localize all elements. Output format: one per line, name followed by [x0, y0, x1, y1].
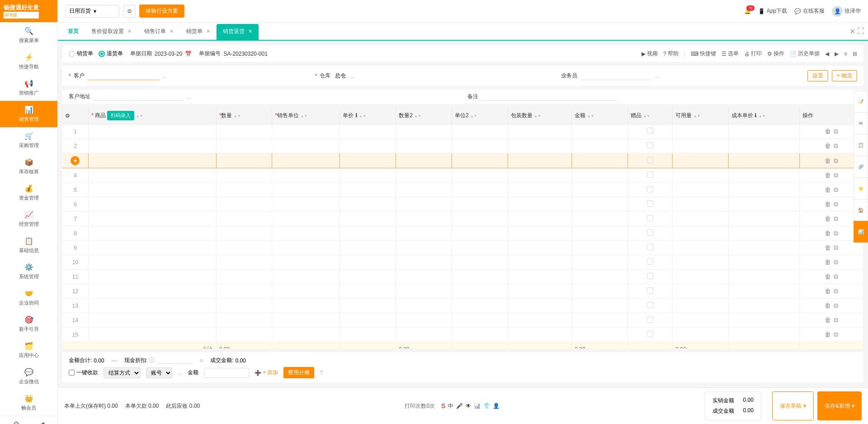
quantity-cell-10[interactable] [216, 255, 272, 270]
product-cell-6[interactable] [88, 197, 216, 212]
sale-unit-cell-7[interactable] [272, 212, 340, 226]
one-click-payment-checkbox[interactable]: 一键收款 [69, 369, 98, 376]
footer-icon-person[interactable]: 👤 [493, 403, 500, 409]
pack-qty-cell-8[interactable] [508, 226, 572, 241]
available-cell-4[interactable] [673, 168, 729, 183]
available-cell-13[interactable] [673, 299, 729, 313]
one-click-checkbox-input[interactable] [69, 370, 75, 376]
delete-icon-3[interactable]: 🗑 [825, 157, 831, 165]
unit-price-cell-7[interactable] [340, 212, 396, 226]
pack-qty-cell-13[interactable] [508, 299, 572, 313]
available-cell-10[interactable] [673, 255, 729, 270]
sale-unit-cell-8[interactable] [272, 226, 340, 241]
pack-qty-cell-12[interactable] [508, 284, 572, 299]
prev-icon[interactable]: ◀ [825, 51, 829, 57]
calc-method-select[interactable]: 结算方式 [104, 367, 141, 378]
sidebar-item-finance[interactable]: 💰 资金管理 [0, 180, 57, 206]
discount-input[interactable] [156, 357, 193, 364]
copy-icon-14[interactable]: ⧉ [834, 316, 838, 324]
sidebar-item-system[interactable]: ⚙️ 系统管理 [0, 258, 57, 285]
copy-icon-6[interactable]: ⧉ [834, 200, 838, 208]
col-settings[interactable]: ⚙ [62, 107, 88, 124]
cost-price-cell-3[interactable] [729, 153, 799, 168]
amount-cell-14[interactable] [572, 313, 628, 328]
gift-checkbox-13[interactable] [647, 302, 653, 308]
grid-view-icon[interactable]: ⊞ [853, 51, 857, 57]
sale-unit-cell-14[interactable] [272, 313, 340, 328]
unit-price-cell-13[interactable] [340, 299, 396, 313]
available-cell-1[interactable] [673, 124, 729, 139]
quantity2-cell-3[interactable] [396, 153, 452, 168]
save-draft-btn[interactable]: 保存草稿 ▾ [772, 391, 814, 420]
footer-icon-mic[interactable]: 🎤 [456, 403, 463, 409]
unit2-cell-5[interactable] [452, 183, 508, 197]
unit-price-cell-5[interactable] [340, 183, 396, 197]
sale-unit-cell-10[interactable] [272, 255, 340, 270]
footer-icon-chart[interactable]: 📊 [474, 403, 481, 409]
right-tool-home[interactable]: 🏠 [854, 199, 868, 221]
customer-input[interactable] [87, 71, 160, 80]
sale-unit-cell-15[interactable] [272, 328, 340, 342]
product-cell-7[interactable] [88, 212, 216, 226]
gift-checkbox-11[interactable] [647, 273, 653, 279]
gift-checkbox-15[interactable] [647, 331, 653, 337]
amount-cell-8[interactable] [572, 226, 628, 241]
unit2-cell-8[interactable] [452, 226, 508, 241]
pack-qty-cell-2[interactable] [508, 139, 572, 153]
unit-price-cell-11[interactable] [340, 270, 396, 284]
product-cell-4[interactable] [88, 168, 216, 183]
delete-icon-7[interactable]: 🗑 [825, 215, 831, 223]
gift-cell-4[interactable] [628, 168, 673, 183]
sale-return-radio[interactable]: 退货单 [99, 50, 123, 57]
copy-icon-4[interactable]: ⧉ [834, 172, 838, 179]
unit-price-cell-6[interactable] [340, 197, 396, 212]
quantity-cell-13[interactable] [216, 299, 272, 313]
history-action[interactable]: 📄 历史单据 [790, 50, 820, 57]
available-cell-15[interactable] [673, 328, 729, 342]
unit-price-cell-1[interactable] [340, 124, 396, 139]
quantity-cell-8[interactable] [216, 226, 272, 241]
product-cell-2[interactable] [88, 139, 216, 153]
product-cell-12[interactable] [88, 284, 216, 299]
unit-price-cell-12[interactable] [340, 284, 396, 299]
pack-qty-cell-10[interactable] [508, 255, 572, 270]
sidebar-item-guide[interactable]: 🎯 新手引导 [0, 311, 57, 337]
copy-icon-9[interactable]: ⧉ [834, 244, 838, 252]
sidebar-item-apps[interactable]: 🗂️ 应用中心 [0, 337, 57, 363]
delete-icon-14[interactable]: 🗑 [825, 316, 831, 324]
sidebar-item-wechat[interactable]: 💬 企业微信 [0, 363, 57, 390]
sidebar-item-basic[interactable]: 📋 基础信息 [0, 232, 57, 258]
quantity2-cell-7[interactable] [396, 212, 452, 226]
print-action[interactable]: 🖨 打印 [744, 50, 762, 57]
gift-checkbox-6[interactable] [647, 200, 653, 207]
gift-cell-10[interactable] [628, 255, 673, 270]
pack-qty-cell-14[interactable] [508, 313, 572, 328]
sale-unit-cell-1[interactable] [272, 124, 340, 139]
cost-price-cell-2[interactable] [729, 139, 799, 153]
sidebar-item-search[interactable]: 🔍 搜索菜单 [0, 22, 57, 48]
quantity-cell-15[interactable] [216, 328, 272, 342]
sale-unit-cell-6[interactable] [272, 197, 340, 212]
copy-icon-5[interactable]: ⧉ [834, 186, 838, 194]
gift-checkbox-10[interactable] [647, 258, 653, 265]
available-cell-14[interactable] [673, 313, 729, 328]
cost-price-cell-6[interactable] [729, 197, 799, 212]
footer-icon-eye[interactable]: 👁 [466, 403, 471, 409]
cost-price-cell-7[interactable] [729, 212, 799, 226]
product-cell-14[interactable] [88, 313, 216, 328]
expense-btn[interactable]: 费用分摊 [283, 367, 314, 378]
gift-cell-11[interactable] [628, 270, 673, 284]
copy-icon-7[interactable]: ⧉ [834, 215, 838, 223]
sidebar-item-sales[interactable]: 📊 销售管理 [0, 101, 57, 127]
amount-cell-15[interactable] [572, 328, 628, 342]
quantity2-cell-13[interactable] [396, 299, 452, 313]
amount-cell-4[interactable] [572, 168, 628, 183]
quantity2-cell-5[interactable] [396, 183, 452, 197]
tab-sale-return[interactable]: 销货退货 ✕ [217, 24, 259, 40]
gift-checkbox-14[interactable] [647, 316, 653, 323]
cost-price-cell-5[interactable] [729, 183, 799, 197]
unit2-cell-15[interactable] [452, 328, 508, 342]
copy-icon-11[interactable]: ⧉ [834, 273, 838, 281]
unit-price-cell-10[interactable] [340, 255, 396, 270]
cost-price-cell-8[interactable] [729, 226, 799, 241]
